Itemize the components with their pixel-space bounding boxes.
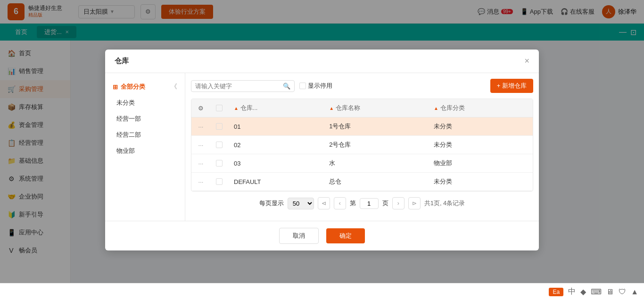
row-checkbox[interactable]	[216, 123, 223, 130]
warehouse-table: ⚙ ▲ 仓库... ▲	[191, 99, 533, 191]
row-gear-cell: ···	[191, 154, 210, 173]
add-warehouse-button[interactable]: + 新增仓库	[490, 79, 533, 93]
modal-footer: 取消 确定	[105, 221, 539, 250]
category-item-unclassified[interactable]: 未分类	[105, 95, 185, 111]
row-check-cell	[210, 136, 228, 154]
row-check-cell	[210, 117, 228, 136]
category-item-ops2[interactable]: 经营二部	[105, 127, 185, 143]
warehouse-modal: 仓库 × ⊞ 全部分类 《 未分类 经营一部	[105, 50, 539, 250]
table-toolbar: 🔍 显示停用 + 新增仓库	[191, 79, 533, 93]
sort-up-icon: ▲	[234, 106, 239, 111]
modal-body: ⊞ 全部分类 《 未分类 经营一部 经营二部 物业部	[105, 73, 539, 221]
chevron-up-icon[interactable]: ▲	[631, 288, 638, 296]
grid-icon: ⊞	[113, 83, 118, 91]
prev-page-btn[interactable]: ‹	[334, 197, 346, 209]
table-row[interactable]: ··· 01 1号仓库 未分类	[191, 117, 533, 136]
input-method-icon[interactable]: 中	[568, 287, 576, 297]
row-category-cell: 物业部	[428, 154, 533, 173]
row-num-cell: DEFAULT	[228, 173, 323, 191]
page-input[interactable]	[360, 198, 379, 209]
sort-name-icon: ▲	[329, 106, 334, 111]
th-code: ▲ 仓库...	[228, 99, 323, 117]
row-check-cell	[210, 173, 228, 191]
next-page-btn[interactable]: ›	[392, 197, 405, 209]
table-panel: 🔍 显示停用 + 新增仓库 ⚙	[185, 73, 539, 221]
row-action-icon[interactable]: ···	[198, 160, 204, 167]
ea-badge: Ea	[549, 288, 563, 296]
row-gear-cell: ···	[191, 173, 210, 191]
search-input-wrapper: 🔍	[191, 80, 295, 92]
modal-header: 仓库 ×	[105, 50, 539, 73]
sort-cat-icon: ▲	[434, 106, 438, 111]
category-panel: ⊞ 全部分类 《 未分类 经营一部 经营二部 物业部	[105, 73, 185, 221]
show-disabled-toggle[interactable]: 显示停用	[299, 82, 332, 90]
row-action-icon[interactable]: ···	[198, 142, 204, 149]
row-gear-cell: ···	[191, 117, 210, 136]
per-page-select[interactable]: 50 20 100	[288, 198, 314, 209]
modal-close-button[interactable]: ×	[524, 56, 529, 66]
row-category-cell: 未分类	[428, 117, 533, 136]
row-num-cell: 03	[228, 154, 323, 173]
table-header-row: ⚙ ▲ 仓库... ▲	[191, 99, 533, 117]
category-all-header[interactable]: ⊞ 全部分类 《	[105, 79, 185, 95]
row-category-cell: 未分类	[428, 173, 533, 191]
first-page-btn[interactable]: ⊲	[318, 197, 330, 209]
th-gear: ⚙	[191, 99, 210, 117]
page-label-pre: 第	[350, 199, 356, 208]
last-page-btn[interactable]: ⊳	[408, 197, 421, 209]
row-check-cell	[210, 154, 228, 173]
row-name-cell: 1号仓库	[323, 117, 428, 136]
modal-overlay: 仓库 × ⊞ 全部分类 《 未分类 经营一部	[0, 0, 644, 300]
category-all-label: ⊞ 全部分类	[113, 83, 145, 91]
pagination: 每页显示 50 20 100 ⊲ ‹ 第 页 › ⊳ 共1页, 4条记录	[191, 192, 533, 215]
confirm-button[interactable]: 确定	[326, 228, 365, 243]
select-all-checkbox[interactable]	[216, 105, 223, 111]
keyboard-icon[interactable]: ⌨	[591, 287, 602, 296]
diamond-icon: ◆	[580, 287, 586, 296]
row-checkbox[interactable]	[216, 142, 223, 148]
row-name-cell: 2号仓库	[323, 136, 428, 154]
cancel-button[interactable]: 取消	[279, 228, 319, 244]
th-category: ▲ 仓库分类	[428, 99, 533, 117]
monitor-icon: 🖥	[606, 288, 614, 296]
modal-title: 仓库	[115, 57, 129, 66]
search-input[interactable]	[195, 83, 283, 90]
warehouse-table-wrapper: ⚙ ▲ 仓库... ▲	[191, 99, 533, 192]
row-num-cell: 02	[228, 136, 323, 154]
show-disabled-checkbox[interactable]	[299, 83, 306, 89]
table-row[interactable]: ··· 03 水 物业部	[191, 154, 533, 173]
table-row[interactable]: ··· 02 2号仓库 未分类	[191, 136, 533, 154]
table-body: ··· 01 1号仓库 未分类 ··· 02 2号仓库 未分类 ···	[191, 117, 533, 191]
collapse-icon[interactable]: 《	[171, 83, 177, 91]
bottom-bar: Ea 中 ◆ ⌨ 🖥 🛡 ▲	[0, 283, 644, 300]
show-disabled-label: 显示停用	[308, 82, 332, 90]
page-label: 页	[382, 199, 388, 208]
row-checkbox[interactable]	[216, 178, 223, 185]
gear-icon: ⚙	[198, 105, 204, 112]
row-name-cell: 水	[323, 154, 428, 173]
category-item-property[interactable]: 物业部	[105, 143, 185, 159]
th-check	[210, 99, 228, 117]
th-name: ▲ 仓库名称	[323, 99, 428, 117]
total-info: 共1页, 4条记录	[424, 199, 465, 208]
row-action-icon[interactable]: ···	[198, 178, 204, 185]
row-action-icon[interactable]: ···	[198, 123, 204, 130]
row-category-cell: 未分类	[428, 136, 533, 154]
row-name-cell: 总仓	[323, 173, 428, 191]
per-page-label: 每页显示	[259, 199, 284, 208]
table-row[interactable]: ··· DEFAULT 总仓 未分类	[191, 173, 533, 191]
search-icon[interactable]: 🔍	[283, 83, 290, 90]
row-checkbox[interactable]	[216, 160, 223, 167]
row-num-cell: 01	[228, 117, 323, 136]
row-gear-cell: ···	[191, 136, 210, 154]
shield-icon: 🛡	[619, 288, 626, 296]
category-item-ops1[interactable]: 经营一部	[105, 111, 185, 127]
